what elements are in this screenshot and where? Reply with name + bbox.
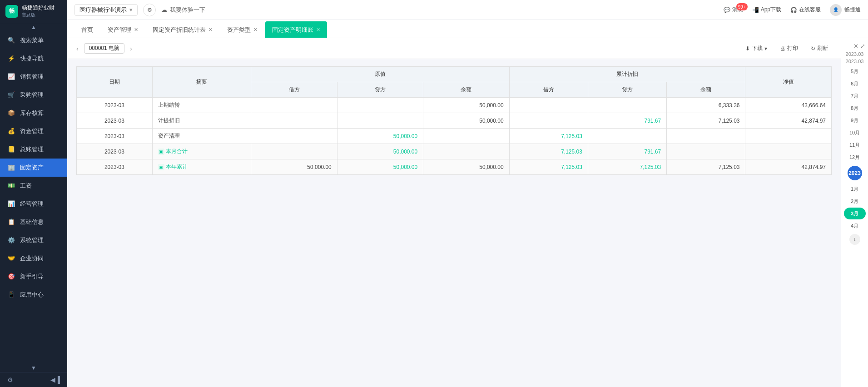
guide-icon: 🎯: [7, 273, 15, 281]
sidebar-item-system[interactable]: ⚙️ 系统管理: [0, 231, 67, 249]
panel-expand-button[interactable]: ↓: [849, 234, 860, 245]
topbar-settings-button[interactable]: ⚙: [143, 4, 156, 16]
sidebar-item-purchase[interactable]: 🛒 采购管理: [0, 86, 67, 104]
sidebar-item-ops[interactable]: 📊 经营管理: [0, 195, 67, 213]
purchase-icon: 🛒: [7, 91, 15, 99]
sidebar-settings-icon[interactable]: ⚙: [7, 376, 13, 383]
cell-summary: 计提折旧: [152, 113, 251, 129]
user-menu[interactable]: 👤 畅捷通: [830, 4, 861, 16]
sidebar-scroll-up[interactable]: ▲: [31, 24, 36, 30]
sidebar-scroll-down[interactable]: ▼: [31, 365, 36, 371]
panel-month-item[interactable]: 10月: [844, 127, 866, 139]
gear-icon: ⚙: [147, 7, 152, 13]
panel-year-top2: 2023.03: [841, 58, 868, 65]
tabs-bar: 首页 资产管理 ✕ 固定资产折旧统计表 ✕ 资产类型 ✕ 固定资产明细账 ✕: [67, 20, 868, 38]
cell-summary: 资产清理: [152, 129, 251, 144]
sidebar-item-basic[interactable]: 📋 基础信息: [0, 213, 67, 231]
cell-accum-balance: 6,333.36: [667, 98, 745, 113]
tab-asset-type[interactable]: 资产类型 ✕: [220, 21, 264, 38]
sidebar-item-finance[interactable]: 💰 资金管理: [0, 122, 67, 140]
sidebar-item-nav[interactable]: ⚡ 快捷导航: [0, 50, 67, 68]
ledger-icon: 📒: [7, 145, 15, 154]
cell-orig-balance: 50,000.00: [423, 113, 509, 129]
toolbar-right: ⬇ 下载 ▾ 🖨 打印 ↻ 刷新: [742, 43, 832, 54]
cell-date: 2023-03: [77, 113, 153, 129]
panel-month-item[interactable]: 1月: [844, 183, 866, 195]
download-button[interactable]: ⬇ 下载 ▾: [742, 43, 771, 54]
cell-orig-credit: [337, 98, 423, 113]
sidebar-item-payroll[interactable]: 💵 工资: [0, 177, 67, 195]
cell-orig-balance: 50,000.00: [423, 159, 509, 175]
experience-icon: ☁: [161, 6, 167, 13]
company-selector[interactable]: 医疗器械行业演示 ▾: [74, 4, 138, 16]
tab-home[interactable]: 首页: [74, 21, 100, 38]
sidebar-item-collab[interactable]: 🤝 企业协同: [0, 249, 67, 268]
toolbar-next-btn[interactable]: ›: [130, 45, 132, 52]
toolbar-prev-btn[interactable]: ‹: [76, 45, 79, 52]
panel-month-item[interactable]: 8月: [844, 102, 866, 114]
panel-month-item[interactable]: 11月: [844, 139, 866, 151]
panel-month-item[interactable]: 5月: [844, 65, 866, 77]
cell-date: 2023-03: [77, 129, 153, 144]
sidebar-item-label: 采购管理: [20, 91, 44, 99]
tab-asset-detail-close[interactable]: ✕: [316, 27, 320, 32]
experience-button[interactable]: ☁ 我要体验一下: [161, 6, 205, 14]
cell-accum-credit: 7,125.03: [588, 159, 666, 175]
building-icon: 🏢: [7, 164, 15, 172]
cell-net-value: 42,874.97: [745, 159, 832, 175]
tab-depreciation-stat[interactable]: 固定资产折旧统计表 ✕: [146, 21, 219, 38]
sidebar-collapse-icon[interactable]: ◀▐: [50, 376, 60, 383]
cell-accum-debit: 7,125.03: [509, 129, 588, 144]
panel-month-item[interactable]: 12月: [844, 151, 866, 163]
asset-code: 000001 电脑: [89, 45, 119, 51]
tab-asset-mgmt-close[interactable]: ✕: [134, 27, 138, 32]
message-button[interactable]: 💬 消息 99+: [724, 6, 743, 14]
user-icon: 👤: [833, 7, 838, 12]
tab-asset-mgmt[interactable]: 资产管理 ✕: [101, 21, 145, 38]
sales-icon: 📈: [7, 73, 15, 81]
panel-month-item[interactable]: 9月: [844, 114, 866, 126]
sidebar-item-fixed-assets[interactable]: 🏢 固定资产: [0, 159, 67, 177]
panel-expand-icon[interactable]: ⤢: [860, 43, 865, 50]
message-badge: 99+: [736, 3, 748, 10]
main-content: ‹ 000001 电脑 › ⬇ 下载 ▾ 🖨 打印 ↻: [67, 38, 841, 387]
sidebar-item-label: 搜索菜单: [20, 36, 44, 45]
sidebar-item-search[interactable]: 🔍 搜索菜单: [0, 31, 67, 50]
panel-month-item[interactable]: 7月: [844, 90, 866, 102]
cell-orig-balance: 50,000.00: [423, 98, 509, 113]
topbar: 医疗器械行业演示 ▾ ⚙ ☁ 我要体验一下 💬 消息 99+ 📲 App下载 🎧…: [67, 0, 868, 20]
panel-close-icon[interactable]: ✕: [853, 43, 858, 50]
app-download-button[interactable]: 📲 App下载: [752, 6, 781, 14]
cell-accum-credit: 791.67: [588, 113, 666, 129]
cell-orig-credit: 50,000.00: [337, 144, 423, 159]
customer-service-button[interactable]: 🎧 在线客服: [790, 6, 821, 14]
tab-depreciation-stat-close[interactable]: ✕: [208, 27, 213, 32]
tab-asset-type-close[interactable]: ✕: [253, 27, 258, 32]
cell-accum-debit: 7,125.03: [509, 144, 588, 159]
print-button[interactable]: 🖨 打印: [776, 43, 802, 54]
customer-service-label: 在线客服: [799, 6, 821, 14]
cell-orig-credit: 50,000.00: [337, 159, 423, 175]
panel-year-badge[interactable]: 2023: [848, 166, 862, 180]
panel-month-item[interactable]: 4月: [844, 220, 866, 232]
sidebar-item-ledger[interactable]: 📒 总账管理: [0, 140, 67, 159]
cell-accum-balance: 7,125.03: [667, 113, 745, 129]
panel-month-item[interactable]: 3月: [844, 208, 866, 219]
sidebar-item-label: 快捷导航: [20, 55, 44, 63]
sidebar-item-guide[interactable]: 🎯 新手引导: [0, 268, 67, 286]
tab-asset-detail[interactable]: 固定资产明细账 ✕: [265, 21, 327, 38]
sidebar-item-label: 销售管理: [20, 73, 44, 81]
col-orig-balance: 余额: [423, 82, 509, 98]
refresh-button[interactable]: ↻ 刷新: [807, 43, 832, 54]
right-panel: ✕ ⤢ 2023.03 2023.03 5月6月7月8月9月10月11月12月 …: [841, 38, 868, 387]
sidebar-item-inventory[interactable]: 📦 库存核算: [0, 104, 67, 122]
sidebar-item-app-center[interactable]: 📱 应用中心: [0, 286, 67, 304]
basic-icon: 📋: [7, 218, 15, 226]
panel-month-item[interactable]: 2月: [844, 195, 866, 207]
cell-accum-balance: [667, 144, 745, 159]
cell-summary: 上期结转: [152, 98, 251, 113]
cell-orig-debit: [251, 129, 337, 144]
app-center-icon: 📱: [7, 291, 15, 299]
sidebar-item-sales[interactable]: 📈 销售管理: [0, 68, 67, 86]
panel-month-item[interactable]: 6月: [844, 78, 866, 89]
